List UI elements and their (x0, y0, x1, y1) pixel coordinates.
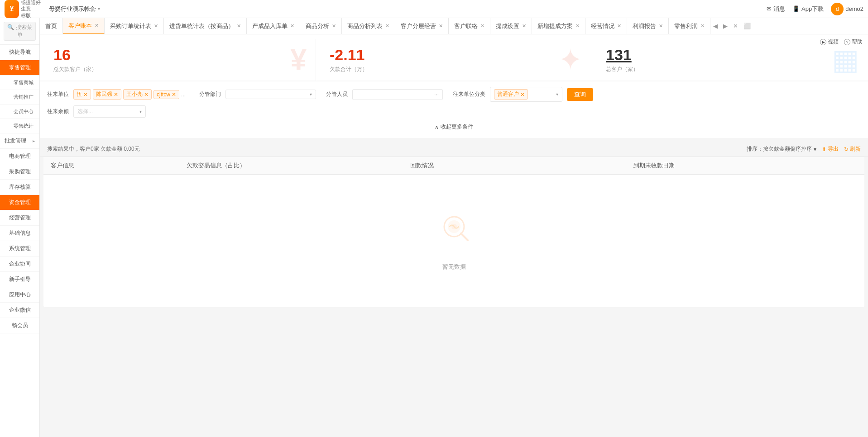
col-due-date: 到期未收款日期 (633, 162, 857, 170)
tab-customer-contact[interactable]: 客户联络 ✕ (449, 18, 490, 34)
stat-card-2: ✦ -2.11 欠款合计（万） (316, 39, 592, 81)
total-clients-label: 总客户（家） (606, 66, 854, 73)
sidebar-item-retail[interactable]: 零售管理 (0, 60, 39, 76)
sidebar-item-system[interactable]: 系统管理 (0, 241, 39, 256)
filter-category-dropdown[interactable]: 普通客户 ✕ ▾ (490, 87, 562, 102)
filter-more-tags[interactable]: ... (181, 91, 186, 98)
tab-close-icon[interactable]: ✕ (575, 23, 580, 29)
tab-product-inbound[interactable]: 产成品入库单 ✕ (247, 18, 300, 34)
stats-container: ¥ 16 总欠款客户（家） ✦ -2.11 欠款合计（万） ▦ 131 (40, 34, 868, 81)
download-icon: 📱 (792, 5, 800, 12)
tab-close-icon[interactable]: ✕ (480, 23, 484, 29)
tab-close-icon[interactable]: ✕ (95, 23, 99, 28)
refresh-btn[interactable]: ↻ 刷新 (844, 145, 861, 153)
filter-person-dropdown[interactable]: ··· (352, 89, 443, 100)
tab-close-icon[interactable]: ✕ (659, 23, 663, 29)
account-selector[interactable]: 母婴行业演示帐套 ▾ (49, 5, 100, 13)
tag-close-cjttcw[interactable]: ✕ (172, 91, 176, 98)
logo-area: ¥ 畅捷通好生意 标版 (5, 0, 44, 19)
tab-close-icon[interactable]: ✕ (290, 23, 294, 29)
sidebar-item-basic[interactable]: 基础信息 (0, 226, 39, 241)
top-right-actions: ✉ 消息 📱 App下载 d demo2 (767, 3, 863, 15)
tab-customer-tier[interactable]: 客户分层经营 ✕ (395, 18, 449, 34)
sidebar-item-marketing[interactable]: 营销推广 (0, 90, 39, 104)
message-btn[interactable]: ✉ 消息 (767, 5, 785, 13)
sidebar-item-vip[interactable]: 畅会员 (0, 318, 39, 333)
tab-close-icon[interactable]: ✕ (439, 23, 443, 29)
sidebar-item-inventory[interactable]: 库存核算 (0, 180, 39, 195)
category-dropdown-arrow: ▾ (556, 92, 558, 97)
message-icon: ✉ (767, 5, 772, 12)
sidebar-item-corp[interactable]: 企业协同 (0, 256, 39, 272)
stat-card-1: ¥ 16 总欠款客户（家） (40, 39, 316, 81)
app-download-btn[interactable]: 📱 App下载 (792, 5, 824, 13)
tab-profit-report[interactable]: 利润报告 ✕ (627, 18, 669, 34)
query-button[interactable]: 查询 (567, 88, 593, 101)
search-menu-btn[interactable]: 🔍 搜索菜单 (4, 22, 36, 41)
tab-expand-btn[interactable]: ⬜ (741, 18, 753, 34)
tab-customer-ledger[interactable]: 客户账本 ✕ (63, 18, 105, 34)
sidebar-item-newbie[interactable]: 新手引导 (0, 272, 39, 287)
tab-close-icon[interactable]: ✕ (522, 23, 526, 29)
help-doc-btn[interactable]: ? 帮助 (844, 38, 863, 46)
sidebar-item-app-center[interactable]: 应用中心 (0, 287, 39, 303)
tab-inbound-stat[interactable]: 进货单统计表（按商品） ✕ (164, 18, 247, 34)
tab-purchase-stat[interactable]: 采购订单统计表 ✕ (105, 18, 164, 34)
tag-close-chen[interactable]: ✕ (114, 91, 118, 98)
avatar: d (831, 3, 844, 15)
sidebar-item-member[interactable]: 会员中心 (0, 104, 39, 119)
sort-select[interactable]: 排序：按欠款金额倒序排序 ▾ (747, 145, 816, 153)
empty-icon (436, 211, 472, 256)
tab-next-btn[interactable]: ▶ (720, 18, 730, 34)
tab-bar: 首页 客户账本 ✕ 采购订单统计表 ✕ 进货单统计表（按商品） ✕ 产成品入库单… (40, 18, 868, 34)
tag-close-normal[interactable]: ✕ (520, 91, 525, 98)
sidebar: 🔍 搜索菜单 快捷导航 零售管理 零售商城 营销推广 会员中心 零售统计 (0, 18, 40, 437)
sidebar-item-purchase[interactable]: 采购管理 (0, 164, 39, 180)
filter-balance-label: 往来余额 (47, 108, 69, 115)
sidebar-item-ecom[interactable]: 电商管理 (0, 149, 39, 164)
video-help-btn[interactable]: ▶ 视频 (820, 38, 839, 46)
page-content: ¥ 16 总欠款客户（家） ◇ -2.11 欠款合计（万） ▦ 131 总客户（… (40, 34, 868, 437)
tab-home[interactable]: 首页 (40, 18, 63, 34)
chevron-down-icon: ▾ (98, 6, 100, 11)
filter-dept-dropdown[interactable]: ▾ (225, 90, 316, 99)
tab-close-icon[interactable]: ✕ (385, 23, 389, 29)
tab-close-icon[interactable]: ✕ (332, 23, 336, 29)
user-menu[interactable]: d demo2 (831, 3, 863, 15)
sidebar-item-batch[interactable]: 批发管理 ▸ (0, 133, 39, 149)
sidebar-item-retail-stat[interactable]: 零售统计 (0, 119, 39, 133)
question-icon: ? (844, 39, 850, 45)
filter-unit-label: 往来单位 (47, 90, 69, 98)
sidebar-item-finance[interactable]: 资金管理 (0, 195, 39, 210)
sidebar-item-quick[interactable]: 快捷导航 (0, 45, 39, 60)
tab-add-commission[interactable]: 新增提成方案 ✕ (532, 18, 585, 34)
export-btn[interactable]: ⬆ 导出 (822, 145, 839, 153)
tab-prev-btn[interactable]: ◀ (710, 18, 720, 34)
tag-close-wang[interactable]: ✕ (144, 91, 149, 98)
col-debt-info: 欠款交易信息（占比） (187, 162, 410, 170)
tag-close-wu[interactable]: ✕ (83, 91, 88, 98)
chevron-up-icon: ∧ (435, 124, 439, 130)
page-help-btns: ▶ 视频 ? 帮助 (820, 38, 863, 46)
chevron-right-icon: ▸ (33, 138, 35, 143)
tab-close-icon[interactable]: ✕ (237, 23, 241, 29)
filter-row-2: 往来余额 选择... ▾ (47, 105, 861, 118)
tab-close-icon[interactable]: ✕ (700, 23, 705, 29)
filter-balance-dropdown[interactable]: 选择... ▾ (73, 105, 146, 118)
filter-dept-label: 分管部门 (199, 90, 221, 98)
collapse-filter-btn[interactable]: ∧ 收起更多条件 (47, 121, 861, 133)
tab-product-analysis-list[interactable]: 商品分析列表 ✕ (342, 18, 395, 34)
tab-product-analysis[interactable]: 商品分析 ✕ (300, 18, 342, 34)
sidebar-item-corp-wechat[interactable]: 企业微信 (0, 303, 39, 318)
filter-area: 往来单位 伍 ✕ 陈民强 ✕ 王小亮 (40, 81, 868, 138)
tab-close-icon[interactable]: ✕ (617, 23, 621, 29)
tab-retail-profit[interactable]: 零售利润 ✕ (669, 18, 710, 34)
sidebar-item-retail-mall[interactable]: 零售商城 (0, 76, 39, 90)
sidebar-item-operation[interactable]: 经营管理 (0, 210, 39, 226)
tab-close-all-btn[interactable]: ✕ (730, 18, 741, 34)
tab-operation[interactable]: 经营情况 ✕ (585, 18, 627, 34)
balance-placeholder: 选择... (77, 108, 93, 115)
tab-close-icon[interactable]: ✕ (154, 23, 158, 29)
total-clients-value: 131 (606, 46, 854, 64)
tab-commission-setting[interactable]: 提成设置 ✕ (490, 18, 532, 34)
